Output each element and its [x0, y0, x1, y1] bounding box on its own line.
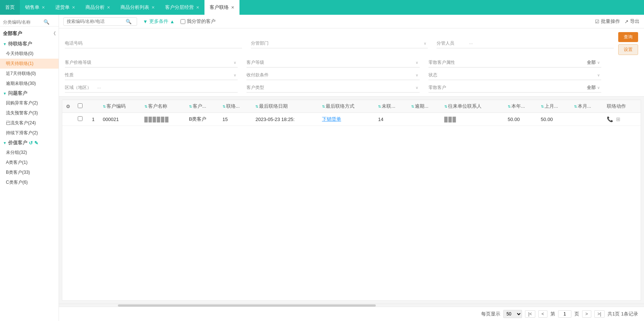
- settings-button[interactable]: 设置: [618, 44, 638, 55]
- horizontal-scrollbar[interactable]: [59, 304, 644, 307]
- main-content: 🔍 ▼ 更多条件 ▲ 我分管的客户 ☑ 批量操作 ↗ 导出: [59, 15, 644, 321]
- close-icon[interactable]: ✕: [196, 5, 199, 10]
- filter-cust-level[interactable]: 客户等级 ∨: [246, 58, 419, 68]
- sidebar-all-customers[interactable]: 全部客户 《: [0, 28, 59, 39]
- sidebar-search-input[interactable]: [3, 20, 43, 25]
- more-icon[interactable]: ···: [466, 41, 476, 46]
- close-icon[interactable]: ✕: [231, 5, 234, 10]
- region-label: 区域（地区）: [65, 84, 94, 91]
- col-last-month-header[interactable]: ⇅上月...: [539, 100, 572, 113]
- search-input[interactable]: [67, 19, 126, 24]
- col-type-header[interactable]: ⇅客户...: [187, 100, 220, 113]
- chevron-down-icon: ∨: [234, 73, 236, 77]
- col-last-date-header[interactable]: ⇅最后联络日期: [253, 100, 319, 113]
- nav-tab-customer-contact[interactable]: 客户联络 ✕: [204, 0, 239, 15]
- cust-level-label: 客户等级: [246, 59, 276, 66]
- filter-icon: ▼: [143, 19, 148, 24]
- row-this-year-cell: 50.00: [505, 113, 539, 126]
- col-code-header[interactable]: ⇅客户编码: [101, 100, 142, 113]
- col-contacts-header[interactable]: ⇅联络...: [220, 100, 253, 113]
- filter-retail-cust[interactable]: 零散客户 全部 ∨: [428, 83, 601, 93]
- page-number-input[interactable]: [558, 310, 571, 318]
- nav-tab-sales[interactable]: 销售单 ✕: [20, 0, 50, 15]
- sidebar-item-7days[interactable]: 近7天待联络(0): [0, 69, 59, 79]
- per-page-label: 每页显示: [481, 311, 500, 317]
- filter-nature[interactable]: 性质 ∨: [65, 70, 238, 80]
- sidebar-item-today[interactable]: 今天待联络(0): [0, 49, 59, 59]
- col-not-linked-header[interactable]: ⇅未联...: [376, 100, 409, 113]
- sidebar-item-c-class[interactable]: C类客户(6): [0, 177, 59, 187]
- chevron-down-icon: ▼: [3, 92, 7, 96]
- row-name-cell: ██████: [142, 113, 187, 126]
- sidebar-section-value: ▼ 价值客户 ↺ ✎: [0, 138, 59, 148]
- filter-status[interactable]: 状态 ∨: [428, 70, 601, 80]
- retail-attr-label: 零散客户属性: [428, 59, 458, 66]
- col-contact-person-header[interactable]: ⇅往来单位联系人: [442, 100, 505, 113]
- refresh-icon[interactable]: ↺: [29, 140, 33, 146]
- filter-price-level[interactable]: 客户价格等级 ∨: [65, 58, 238, 68]
- nav-tab-product-analysis[interactable]: 商品分析 ✕: [80, 0, 115, 15]
- row-contacts-cell: 15: [220, 113, 253, 126]
- filter-payment[interactable]: 收付款条件 ∨: [246, 70, 419, 80]
- select-all-checkbox[interactable]: [78, 103, 83, 108]
- search-box: 🔍: [63, 17, 137, 26]
- chevron-down-icon: ▼: [3, 141, 7, 145]
- sidebar-item-churn-warning[interactable]: 流失预警客户(3): [0, 108, 59, 118]
- nav-tab-product-analysis-list[interactable]: 商品分析列表 ✕: [115, 0, 160, 15]
- per-page-select[interactable]: 50 100 200: [503, 310, 522, 318]
- sidebar-item-declining[interactable]: 持续下滑客户(2): [0, 128, 59, 138]
- row-checkbox[interactable]: [78, 116, 83, 121]
- sidebar-item-a-class[interactable]: A类客户(1): [0, 158, 59, 168]
- more-icon[interactable]: ···: [94, 85, 104, 90]
- filter-dept[interactable]: 分管部门 ∨: [251, 39, 428, 48]
- nav-tab-customer-layer[interactable]: 客户分层经营 ✕: [160, 0, 204, 15]
- col-name-header[interactable]: ⇅客户名称: [142, 100, 187, 113]
- collapse-icon: 《: [51, 31, 56, 37]
- my-customer-checkbox-label[interactable]: 我分管的客户: [181, 18, 216, 25]
- sidebar-item-repurchase-abnormal[interactable]: 回购异常客户(2): [0, 98, 59, 108]
- edit-icon[interactable]: ✎: [34, 140, 38, 146]
- filter-more-btn[interactable]: ▼ 更多条件 ▲: [140, 17, 178, 26]
- chevron-down-icon: ∨: [416, 73, 418, 77]
- first-page-btn[interactable]: |<: [525, 310, 535, 318]
- row-check-cell[interactable]: [74, 113, 86, 126]
- row-setting-cell: [62, 113, 74, 126]
- sidebar-item-tomorrow[interactable]: 明天待联络(1): [0, 59, 59, 69]
- last-page-btn[interactable]: >|: [594, 310, 605, 318]
- close-icon[interactable]: ✕: [72, 5, 75, 10]
- all-customers-label: 全部客户: [3, 30, 22, 37]
- filter-cust-type[interactable]: 客户类型 ∨: [246, 83, 419, 93]
- sidebar-item-b-class[interactable]: B类客户(33): [0, 168, 59, 177]
- sidebar: 🔍 全部客户 《 ▼ 待联络客户 今天待联络(0) 明天待联络(1) 近7天待联…: [0, 15, 59, 321]
- row-last-method-cell[interactable]: 下销货单: [320, 113, 376, 126]
- filter-retail-attr[interactable]: 零散客户属性 全部 ∨: [428, 58, 601, 68]
- sidebar-item-churned[interactable]: 已流失客户(24): [0, 118, 59, 128]
- col-overdue-header[interactable]: ⇅逾期...: [409, 100, 442, 113]
- sidebar-item-overdue[interactable]: 逾期未联络(30): [0, 79, 59, 89]
- search-icon[interactable]: 🔍: [43, 19, 49, 25]
- export-btn[interactable]: ↗ 导出: [624, 18, 640, 25]
- nav-home[interactable]: 首页: [0, 0, 20, 15]
- query-button[interactable]: 查询: [618, 32, 638, 42]
- call-icon[interactable]: 📞: [607, 116, 613, 122]
- bulk-operation-btn[interactable]: ☑ 批量操作: [595, 18, 620, 25]
- nav-tab-purchase[interactable]: 进货单 ✕: [50, 0, 80, 15]
- col-setting-header[interactable]: ⚙: [62, 100, 74, 113]
- col-this-year-header[interactable]: ⇅本年...: [505, 100, 539, 113]
- next-page-btn[interactable]: >: [582, 310, 591, 318]
- col-check-header[interactable]: [74, 100, 86, 113]
- grid-icon[interactable]: ⊞: [616, 116, 620, 122]
- col-last-method-header[interactable]: ⇅最后联络方式: [320, 100, 376, 113]
- filter-row-3: 性质 ∨ 收付款条件 ∨ 状态 ∨: [65, 70, 638, 80]
- close-icon[interactable]: ✕: [42, 5, 45, 10]
- chevron-down-icon: ∨: [597, 86, 600, 90]
- my-customer-checkbox[interactable]: [181, 19, 185, 24]
- sidebar-item-ungrouped[interactable]: 未分组(32): [0, 148, 59, 158]
- close-icon[interactable]: ✕: [151, 5, 155, 10]
- scrollbar-thumb[interactable]: [118, 304, 376, 307]
- close-icon[interactable]: ✕: [107, 5, 110, 10]
- col-this-month-header[interactable]: ⇅本月...: [572, 100, 605, 113]
- prev-page-btn[interactable]: <: [538, 310, 547, 318]
- phone-input[interactable]: [94, 41, 242, 46]
- search-icon[interactable]: 🔍: [126, 19, 132, 24]
